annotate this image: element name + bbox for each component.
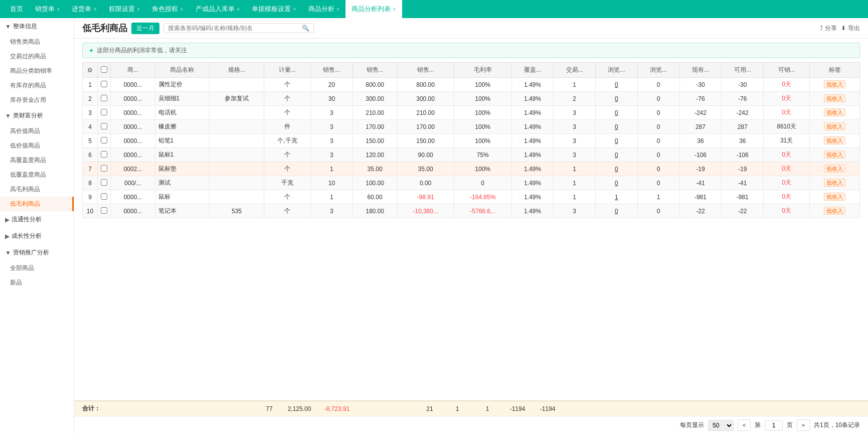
row-sales-price: 210.00 bbox=[353, 106, 397, 120]
select-all-checkbox[interactable] bbox=[101, 66, 107, 73]
row-transaction: 3 bbox=[554, 148, 596, 162]
sidebar-group-overall[interactable]: ▼ 整体信息 bbox=[0, 18, 74, 35]
sidebar-item-low-coverage[interactable]: 低覆盖度商品 bbox=[0, 168, 74, 182]
sidebar: ▼ 整体信息 销售类商品 交易过的商品 商品分类助销率 有库存的商品 库存资金占… bbox=[0, 18, 74, 434]
export-button[interactable]: ⬇ 导出 bbox=[841, 24, 860, 33]
row-current-stock: -41 bbox=[679, 176, 722, 190]
row-sales-amount: -10,380... bbox=[397, 204, 454, 218]
nav-permissions-close[interactable]: × bbox=[137, 6, 140, 12]
col-transaction[interactable]: 交易... bbox=[554, 63, 596, 78]
row-checkbox[interactable] bbox=[101, 179, 107, 186]
nav-products-in[interactable]: 产成品入库单 × bbox=[190, 0, 246, 18]
col-coverage[interactable]: 覆盖... bbox=[511, 63, 554, 78]
col-current-stock[interactable]: 现有... bbox=[679, 63, 722, 78]
col-tag[interactable]: 标签 bbox=[810, 63, 860, 78]
nav-product-analysis[interactable]: 商品分析 × bbox=[302, 0, 345, 18]
col-unit[interactable]: 计量... bbox=[264, 63, 310, 78]
sidebar-item-low-margin[interactable]: 低毛利商品 bbox=[0, 197, 74, 211]
col-settings[interactable]: ⚙ bbox=[83, 63, 98, 78]
prev-page-button[interactable]: ＜ bbox=[738, 419, 751, 431]
search-input[interactable] bbox=[168, 25, 302, 32]
col-sales-price[interactable]: 销售... bbox=[353, 63, 397, 78]
sidebar-group-wealth[interactable]: ▼ 类财富分析 bbox=[0, 107, 74, 124]
row-browse1[interactable]: 0 bbox=[596, 148, 638, 162]
nav-roles[interactable]: 角色授权 × bbox=[146, 0, 189, 18]
row-name: 鼠标垫 bbox=[155, 162, 210, 176]
sidebar-group-growth[interactable]: ▶ 成长性分析 bbox=[0, 228, 74, 244]
nav-purchase[interactable]: 进货单 × bbox=[66, 0, 102, 18]
col-sales-amount[interactable]: 销售... bbox=[397, 63, 454, 78]
nav-template[interactable]: 单据模板设置 × bbox=[246, 0, 302, 18]
table-row: 7 0002... 鼠标垫 个 1 35.00 35.00 100% 1.49%… bbox=[83, 162, 860, 176]
sidebar-item-stocked-products[interactable]: 有库存的商品 bbox=[0, 78, 74, 93]
arrow-icon-5: ▼ bbox=[5, 249, 11, 256]
row-browse1[interactable]: 0 bbox=[596, 92, 638, 106]
sidebar-item-new-products[interactable]: 新品 bbox=[0, 275, 74, 290]
nav-roles-close[interactable]: × bbox=[180, 6, 183, 12]
sidebar-group-marketing[interactable]: ▼ 营销推广分析 bbox=[0, 244, 74, 261]
col-sellable[interactable]: 可销... bbox=[764, 63, 810, 78]
row-checkbox[interactable] bbox=[101, 95, 107, 101]
search-icon[interactable]: 🔍 bbox=[302, 25, 309, 32]
row-checkbox[interactable] bbox=[101, 165, 107, 172]
filter-button[interactable]: 近一月 bbox=[131, 23, 159, 34]
row-checkbox[interactable] bbox=[101, 109, 107, 115]
col-sales-qty[interactable]: 销售... bbox=[311, 63, 353, 78]
row-gross-rate: 100% bbox=[454, 120, 511, 134]
col-browse1[interactable]: 浏览... bbox=[596, 63, 638, 78]
col-checkbox[interactable] bbox=[98, 63, 111, 78]
row-browse1[interactable]: 0 bbox=[596, 204, 638, 218]
col-name[interactable]: 商品名称 bbox=[155, 63, 210, 78]
nav-product-analysis-close[interactable]: × bbox=[336, 6, 339, 12]
row-tag: 低收入 bbox=[810, 162, 860, 176]
sidebar-item-high-value[interactable]: 高价值商品 bbox=[0, 124, 74, 138]
col-browse2[interactable]: 浏览... bbox=[637, 63, 679, 78]
tag-badge: 低收入 bbox=[824, 94, 845, 102]
row-checkbox[interactable] bbox=[101, 137, 107, 143]
row-checkbox[interactable] bbox=[101, 193, 107, 200]
share-button[interactable]: ⤴ 分享 bbox=[820, 24, 837, 33]
sidebar-item-sales-products[interactable]: 销售类商品 bbox=[0, 35, 74, 49]
col-available[interactable]: 可用... bbox=[722, 63, 764, 78]
row-checkbox[interactable] bbox=[101, 207, 107, 214]
sidebar-item-category-rate[interactable]: 商品分类助销率 bbox=[0, 64, 74, 78]
nav-sales[interactable]: 销货单 × bbox=[29, 0, 66, 18]
row-browse1[interactable]: 0 bbox=[596, 134, 638, 148]
sidebar-item-high-margin[interactable]: 高毛利商品 bbox=[0, 182, 74, 197]
next-page-button[interactable]: ＞ bbox=[797, 419, 810, 431]
sidebar-item-stock-capital[interactable]: 库存资金占用 bbox=[0, 93, 74, 107]
row-available: 287 bbox=[722, 120, 764, 134]
nav-products-in-close[interactable]: × bbox=[237, 6, 240, 12]
row-browse1[interactable]: 0 bbox=[596, 78, 638, 92]
row-browse1[interactable]: 0 bbox=[596, 120, 638, 134]
nav-permissions[interactable]: 权限设置 × bbox=[103, 0, 146, 18]
tag-badge: 低收入 bbox=[824, 108, 845, 116]
nav-template-close[interactable]: × bbox=[293, 6, 296, 12]
content-area: 低毛利商品 近一月 🔍 ⤴ 分享 ⬇ 导出 ✦ 这部分商品的利润非常低，请关注 bbox=[74, 18, 868, 434]
nav-home[interactable]: 首页 bbox=[4, 0, 29, 18]
sidebar-item-high-coverage[interactable]: 高覆盖度商品 bbox=[0, 153, 74, 168]
row-browse1[interactable]: 1 bbox=[596, 190, 638, 204]
sidebar-item-traded-products[interactable]: 交易过的商品 bbox=[0, 49, 74, 64]
row-checkbox[interactable] bbox=[101, 151, 107, 158]
row-browse1[interactable]: 0 bbox=[596, 162, 638, 176]
col-spec[interactable]: 规格... bbox=[210, 63, 264, 78]
settings-icon[interactable]: ⚙ bbox=[87, 67, 93, 74]
row-checkbox[interactable] bbox=[101, 123, 107, 129]
sidebar-group-liquidity[interactable]: ▶ 流通性分析 bbox=[0, 211, 74, 228]
row-sales-qty: 3 bbox=[311, 106, 353, 120]
page-size-select[interactable]: 50 100 200 bbox=[708, 420, 734, 431]
col-gross-rate[interactable]: 毛利率 bbox=[454, 63, 511, 78]
row-browse1[interactable]: 0 bbox=[596, 106, 638, 120]
nav-purchase-close[interactable]: × bbox=[93, 6, 96, 12]
col-code[interactable]: 商... bbox=[111, 63, 155, 78]
nav-analysis-list-close[interactable]: × bbox=[393, 6, 396, 12]
row-browse1[interactable]: 0 bbox=[596, 176, 638, 190]
row-available: -981 bbox=[722, 190, 764, 204]
sidebar-item-low-value[interactable]: 低价值商品 bbox=[0, 138, 74, 153]
page-number-input[interactable] bbox=[765, 420, 783, 430]
sidebar-item-all-products[interactable]: 全部商品 bbox=[0, 261, 74, 275]
nav-analysis-list[interactable]: 商品分析列表 × bbox=[345, 0, 402, 18]
row-checkbox[interactable] bbox=[101, 81, 107, 87]
nav-sales-close[interactable]: × bbox=[57, 6, 60, 12]
